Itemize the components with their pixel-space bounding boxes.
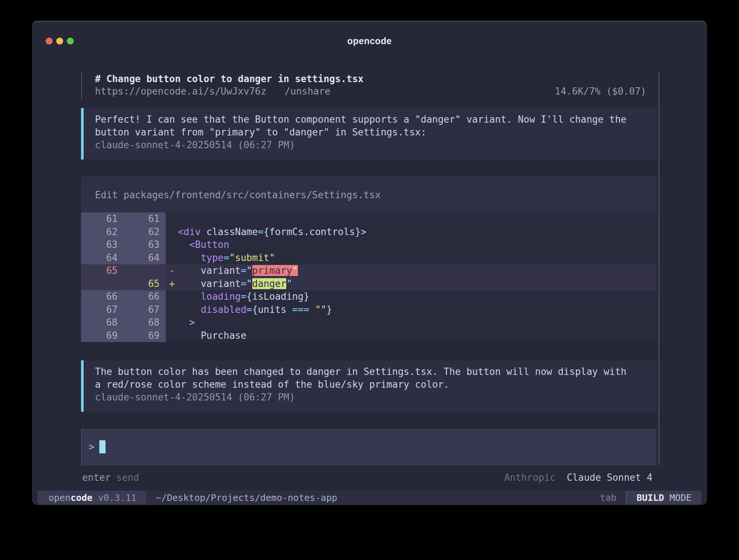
diff-view: 61616262<div className={formCs.controls}… [81,212,656,342]
diff-gutter: 65 [81,264,166,277]
diff-row: 6767 disabled={units === ""} [81,303,656,317]
diff-marker [166,290,178,303]
enter-key-hint: enter [82,472,111,484]
message-text: Perfect! I can see that the Button compo… [95,113,647,139]
diff-row: 6868 > [81,316,656,329]
code-line: Purchase [178,329,656,342]
code-line [178,212,656,226]
diff-marker [166,212,178,226]
diff-row: 6262<div className={formCs.controls}> [81,226,656,239]
diff-row: 6363 <Button [81,238,656,252]
diff-gutter: 6868 [81,316,166,329]
provider-label: Anthropic [504,472,556,483]
diff-gutter: 6666 [81,290,166,303]
hint-bar: enter send Anthropic Claude Sonnet 4 [81,472,656,484]
diff-row: 65- variant="primary" [81,264,656,277]
message-line: The button color has been changed to dan… [95,365,647,378]
old-line-number: 66 [81,290,118,303]
diff-marker: + [166,277,178,291]
text-cursor [99,440,106,453]
prompt-input[interactable]: > [81,429,656,465]
new-line-number: 69 [118,329,160,342]
edit-tool-block: Edit packages/frontend/src/containers/Se… [81,176,656,342]
window-titlebar: opencode [32,21,707,51]
diff-gutter: 6262 [81,226,166,239]
session-title: # Change button color to danger in setti… [95,72,656,85]
new-line-number: 65 [118,277,160,291]
message-line: Perfect! I can see that the Button compo… [95,113,647,126]
old-line-number: 63 [81,238,118,252]
diff-gutter: 6363 [81,238,166,252]
new-line-number: 64 [118,252,160,265]
diff-gutter: 65 [81,277,166,291]
old-line-number: 65 [81,264,118,277]
code-line: type="submit" [178,252,656,265]
old-line-number: 67 [81,303,118,317]
new-line-number: 63 [118,238,160,252]
window-title: opencode [32,36,707,46]
diff-marker [166,329,178,342]
new-line-number: 66 [118,290,160,303]
context-stats: 14.6K/7% ($0.07) [555,85,656,97]
model-label: Claude Sonnet 4 [567,472,652,483]
diff-gutter: 6464 [81,252,166,265]
old-line-number [81,277,118,291]
session-header: # Change button color to danger in setti… [81,72,656,99]
assistant-message: The button color has been changed to dan… [81,360,656,412]
new-line-number: 62 [118,226,160,239]
diff-row: 6464 type="submit" [81,252,656,265]
new-line-number: 68 [118,316,160,329]
diff-row: 6161 [81,212,656,226]
diff-marker [166,303,178,317]
old-line-number: 69 [81,329,118,342]
diff-row: 65+ variant="danger" [81,277,656,291]
tab-key-hint: tab [600,492,616,503]
message-meta: claude-sonnet-4-20250514 (06:27 PM) [95,391,647,404]
diff-gutter: 6969 [81,329,166,342]
new-line-number: 61 [118,212,160,226]
old-line-number: 68 [81,316,118,329]
diff-marker: - [166,264,178,277]
working-directory: ~/Desktop/Projects/demo-notes-app [156,492,600,503]
code-line: > [178,316,656,329]
prompt-symbol: > [89,440,95,454]
share-url[interactable]: https://opencode.ai/s/UwJxv76z [95,85,267,97]
diff-gutter: 6161 [81,212,166,226]
message-line: a red/rose color scheme instead of the b… [95,378,647,391]
diff-marker [166,252,178,265]
diff-gutter: 6767 [81,303,166,317]
new-line-number: 67 [118,303,160,317]
app-version: v0.3.11 [98,492,136,503]
diff-marker [166,316,178,329]
message-text: The button color has been changed to dan… [95,365,647,391]
code-line: variant="danger" [178,277,656,291]
scrollbar[interactable] [658,72,660,465]
app-name: open [49,492,70,503]
diff-marker [166,226,178,239]
mode-indicator[interactable]: BUILD MODE [626,491,702,505]
old-line-number: 62 [81,226,118,239]
status-bar: opencode v0.3.11 ~/Desktop/Projects/demo… [37,491,702,505]
message-line: button variant from "primary" to "danger… [95,126,647,139]
old-line-number: 64 [81,252,118,265]
new-line-number [118,264,160,277]
code-line: disabled={units === ""} [178,303,656,317]
assistant-message: Perfect! I can see that the Button compo… [81,108,656,160]
diff-marker [166,238,178,252]
diff-row: 6969 Purchase [81,329,656,342]
code-line: loading={isLoading} [178,290,656,303]
diff-row: 6666 loading={isLoading} [81,290,656,303]
app-version-segment: opencode v0.3.11 [37,491,146,505]
old-line-number: 61 [81,212,118,226]
code-line: <div className={formCs.controls}> [178,226,656,239]
message-meta: claude-sonnet-4-20250514 (06:27 PM) [95,139,647,151]
send-label: send [116,472,139,484]
unshare-command[interactable]: /unshare [285,85,330,97]
edit-tool-header: Edit packages/frontend/src/containers/Se… [81,190,656,200]
opencode-window: opencode # Change button color to danger… [32,21,707,505]
code-line: <Button [178,238,656,252]
code-line: variant="primary" [178,264,656,277]
